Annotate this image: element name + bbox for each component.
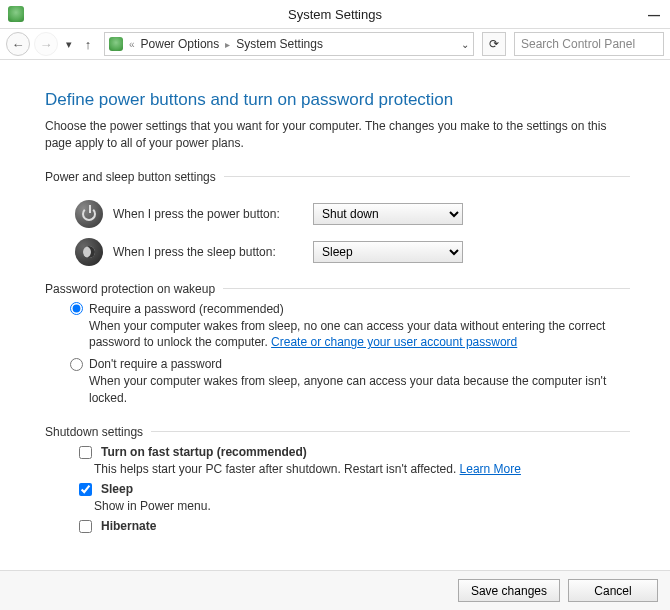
up-button[interactable]: ↑ xyxy=(80,37,96,52)
hibernate-block: Hibernate xyxy=(75,517,630,536)
save-button[interactable]: Save changes xyxy=(458,579,560,602)
sleep-option-label: Sleep xyxy=(101,482,133,496)
change-password-link[interactable]: Create or change your user account passw… xyxy=(271,335,517,349)
dont-require-desc: When your computer wakes from sleep, any… xyxy=(89,373,630,407)
breadcrumb-item[interactable]: System Settings xyxy=(236,37,323,51)
nav-bar: ← → ▾ ↑ « Power Options ▸ System Setting… xyxy=(0,28,670,60)
chevron-right-icon: ▸ xyxy=(225,39,230,50)
sleep-checkbox[interactable] xyxy=(79,483,92,496)
window-title: System Settings xyxy=(0,7,670,22)
fast-startup-label: Turn on fast startup (recommended) xyxy=(101,445,307,459)
fast-startup-checkbox[interactable] xyxy=(79,446,92,459)
search-placeholder: Search Control Panel xyxy=(521,37,635,51)
require-password-desc: When your computer wakes from sleep, no … xyxy=(89,318,630,352)
power-icon xyxy=(75,200,103,228)
sleep-icon xyxy=(75,238,103,266)
hibernate-checkbox[interactable] xyxy=(79,520,92,533)
recent-locations-button[interactable]: ▾ xyxy=(62,38,76,51)
address-bar[interactable]: « Power Options ▸ System Settings ⌄ xyxy=(104,32,474,56)
search-input[interactable]: Search Control Panel xyxy=(514,32,664,56)
page-description: Choose the power settings that you want … xyxy=(45,118,630,152)
forward-button[interactable]: → xyxy=(34,32,58,56)
learn-more-link[interactable]: Learn More xyxy=(460,462,521,476)
title-bar: System Settings — xyxy=(0,0,670,28)
fast-startup-desc: This helps start your PC faster after sh… xyxy=(94,462,630,476)
section-label: Shutdown settings xyxy=(45,425,143,439)
breadcrumb-item[interactable]: Power Options xyxy=(141,37,220,51)
minimize-icon[interactable]: — xyxy=(648,8,660,22)
section-power-buttons: Power and sleep button settings xyxy=(45,170,630,184)
power-button-select[interactable]: Shut down xyxy=(313,203,463,225)
hibernate-label: Hibernate xyxy=(101,519,156,533)
chevron-down-icon[interactable]: ⌄ xyxy=(461,39,469,50)
control-panel-icon xyxy=(109,37,123,51)
arrow-right-icon: → xyxy=(40,37,53,52)
arrow-left-icon: ← xyxy=(12,37,25,52)
radio-dont-require: Don't require a password When your compu… xyxy=(70,357,630,407)
section-password: Password protection on wakeup xyxy=(45,282,630,296)
require-password-label: Require a password (recommended) xyxy=(89,302,284,316)
sleep-option-desc: Show in Power menu. xyxy=(94,499,630,513)
sleep-button-label: When I press the sleep button: xyxy=(113,245,303,259)
cancel-button[interactable]: Cancel xyxy=(568,579,658,602)
sleep-button-row: When I press the sleep button: Sleep xyxy=(75,238,630,266)
dont-require-radio[interactable] xyxy=(70,358,83,371)
section-shutdown: Shutdown settings xyxy=(45,425,630,439)
power-button-row: When I press the power button: Shut down xyxy=(75,200,630,228)
section-label: Password protection on wakeup xyxy=(45,282,215,296)
content-area: Define power buttons and turn on passwor… xyxy=(0,60,670,570)
chevron-icon: « xyxy=(129,39,135,50)
footer: Save changes Cancel xyxy=(0,570,670,610)
sleep-block: Sleep Show in Power menu. xyxy=(75,480,630,513)
section-label: Power and sleep button settings xyxy=(45,170,216,184)
radio-require-password: Require a password (recommended) When yo… xyxy=(70,302,630,352)
fast-startup-block: Turn on fast startup (recommended) This … xyxy=(75,443,630,476)
sleep-button-select[interactable]: Sleep xyxy=(313,241,463,263)
page-title: Define power buttons and turn on passwor… xyxy=(45,90,630,110)
back-button[interactable]: ← xyxy=(6,32,30,56)
power-button-label: When I press the power button: xyxy=(113,207,303,221)
dont-require-label: Don't require a password xyxy=(89,357,222,371)
refresh-icon: ⟳ xyxy=(489,37,499,51)
refresh-button[interactable]: ⟳ xyxy=(482,32,506,56)
require-password-radio[interactable] xyxy=(70,302,83,315)
